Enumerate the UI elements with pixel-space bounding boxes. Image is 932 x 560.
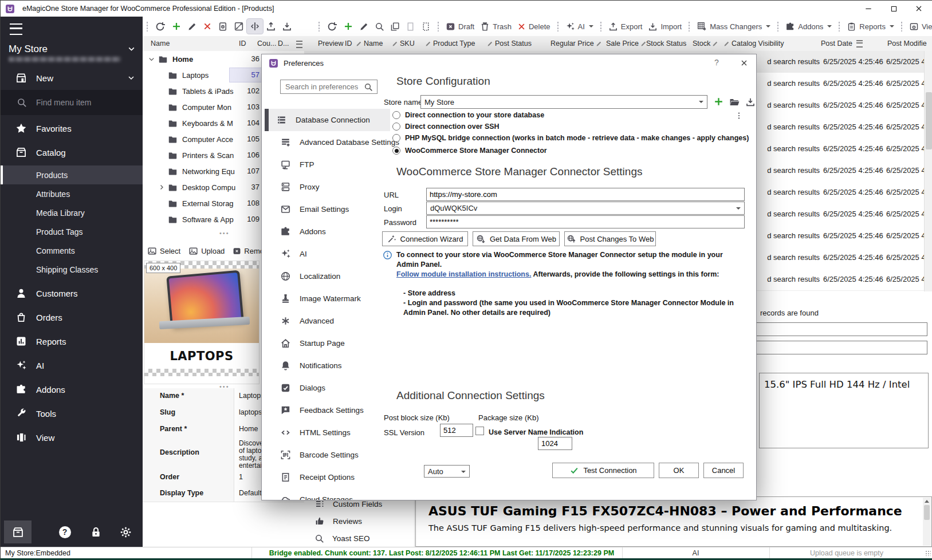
filter-input-1[interactable] [756, 322, 927, 336]
export-button[interactable]: Export [605, 19, 646, 34]
grid-col-stock[interactable]: Stock [693, 40, 718, 48]
pref-nav-localization[interactable]: Localization [269, 265, 390, 287]
pref-nav-addons[interactable]: Addons [269, 220, 390, 243]
column-options-icon[interactable] [296, 41, 302, 48]
tree-delete-button[interactable] [200, 19, 215, 34]
pref-nav-email[interactable]: Email Settings [269, 198, 390, 220]
mass-changers-button[interactable]: Mass Changers [694, 19, 773, 34]
tree-col-id[interactable]: ID [239, 40, 246, 48]
scrollbar-thumb[interactable] [926, 92, 932, 149]
tab-reviews[interactable]: Reviews [304, 512, 414, 530]
grid-refresh-button[interactable] [324, 19, 340, 34]
pref-nav-barcode[interactable]: Barcode Settings [269, 444, 390, 466]
pref-nav-image-watermark[interactable]: Image Watermark [269, 287, 390, 310]
sidebar-item-favorites[interactable]: Favorites [1, 116, 143, 140]
radio-php-bridge[interactable]: PHP MySQL bridge connection (works in ba… [392, 134, 749, 142]
close-button[interactable] [906, 1, 931, 17]
dialog-help-button[interactable]: ? [714, 58, 719, 67]
grid-col-stock-status[interactable]: Stock Status [646, 40, 686, 48]
paste-special-button[interactable] [418, 19, 434, 34]
addons-menu-button[interactable]: Addons [782, 19, 835, 34]
pref-nav-proxy[interactable]: Proxy [269, 176, 390, 198]
sidebar-item-media-library[interactable]: Media Library [1, 203, 143, 222]
tree-edit-button[interactable] [184, 19, 200, 34]
open-folder-icon[interactable] [729, 97, 740, 108]
radio-ssh-connection[interactable]: Direct connection over SSH [392, 123, 500, 131]
url-input[interactable] [426, 188, 745, 201]
pref-nav-dialogs[interactable]: Dialogs [269, 377, 390, 399]
pref-nav-ai[interactable]: AI [269, 243, 390, 265]
ai-menu-button[interactable]: AI [563, 19, 596, 34]
category-image[interactable] [144, 269, 259, 343]
tab-yoast-seo[interactable]: Yoast SEO [304, 530, 414, 547]
grid-col-sku[interactable]: SKU [392, 40, 415, 48]
chevron-right-icon[interactable] [158, 183, 166, 191]
chevron-down-icon[interactable] [147, 55, 156, 64]
minimize-button[interactable] [856, 1, 881, 17]
test-connection-button[interactable]: Test Connection [552, 463, 654, 478]
sidebar-item-addons[interactable]: Addons [1, 377, 143, 401]
reports-menu-button[interactable]: Reports [844, 19, 897, 34]
sidebar-item-catalog[interactable]: Catalog [1, 140, 143, 164]
settings-gear-button[interactable] [113, 520, 138, 543]
tree-add-button[interactable] [168, 19, 184, 34]
hamburger-menu-icon[interactable] [10, 23, 22, 35]
get-data-from-web-button[interactable]: Get Data From Web [473, 231, 560, 246]
cancel-button[interactable]: Cancel [703, 463, 744, 478]
grid-edit-button[interactable] [356, 19, 372, 34]
scroll-up-icon[interactable] [925, 500, 929, 503]
dialog-title-bar[interactable]: Preferences ? [262, 54, 756, 72]
add-store-icon[interactable] [713, 96, 724, 107]
bottom-catalog-button[interactable] [5, 520, 30, 543]
help-button[interactable]: ? [52, 520, 77, 543]
draft-button[interactable]: Draft [443, 19, 477, 34]
scrollbar-thumb[interactable] [924, 505, 930, 520]
grid-col-post-modified[interactable]: Post Modifie [887, 40, 927, 48]
sidebar-item-shipping-classes[interactable]: Shipping Classes [1, 260, 143, 279]
tree-refresh-button[interactable] [152, 19, 168, 34]
radio-connector[interactable]: WooCommerce Store Manager Connector [392, 147, 547, 155]
radio-direct-connection[interactable]: Direct connection to your store database [392, 111, 544, 119]
trash-button[interactable]: Trash [477, 19, 514, 34]
sidebar-search[interactable] [1, 90, 143, 115]
grid-col-sale-price[interactable]: Sale Price [606, 40, 647, 48]
post-changes-to-web-button[interactable]: Post Changes To Web [564, 231, 656, 246]
pref-nav-feedback[interactable]: Feedback Settings [269, 399, 390, 421]
pref-nav-database-connection[interactable]: Database Connection [265, 109, 390, 131]
store-name-combo[interactable]: My Store [420, 95, 707, 109]
sidebar-item-products[interactable]: Products [1, 165, 145, 184]
sidebar-item-view[interactable]: View [1, 425, 143, 449]
package-size-input[interactable] [538, 437, 572, 450]
find-menu-input[interactable] [35, 97, 123, 108]
sidebar-item-tools[interactable]: Tools [1, 401, 143, 425]
delete-button[interactable]: Delete [514, 19, 553, 34]
preferences-search-input[interactable] [284, 82, 364, 92]
filter-input-2[interactable] [756, 341, 927, 354]
more-options-icon[interactable] [735, 112, 743, 120]
store-selector[interactable]: My Store [1, 40, 143, 59]
pref-nav-startup-page[interactable]: Startup Page [269, 332, 390, 354]
view-menu-button[interactable]: View [906, 19, 932, 34]
sidebar-item-new[interactable]: New [1, 66, 143, 90]
post-block-size-input[interactable] [440, 424, 473, 437]
ok-button[interactable]: OK [659, 463, 699, 478]
tree-preview-button[interactable] [215, 19, 231, 34]
grid-col-post-date[interactable]: Post Date [821, 40, 863, 48]
tree-col-count[interactable]: Cou... [257, 40, 276, 48]
image-upload-button[interactable]: Upload [188, 246, 225, 256]
grid-col-id[interactable]: ID [345, 40, 352, 48]
sidebar-item-attributes[interactable]: Attributes [1, 184, 143, 203]
sidebar-item-orders[interactable]: Orders [1, 305, 143, 329]
paste-button[interactable] [403, 19, 418, 34]
grid-col-regular-price[interactable]: Regular Price [550, 40, 602, 48]
grid-col-catalog-visibility[interactable]: Catalog Visibility [723, 40, 784, 48]
login-combo[interactable]: dQuWQK5ICv [426, 202, 745, 215]
grid-col-preview[interactable]: Preview [318, 40, 343, 48]
grid-col-name[interactable]: Name [356, 40, 383, 48]
download-store-icon[interactable] [745, 97, 756, 107]
grid-search-button[interactable] [372, 19, 387, 34]
maximize-button[interactable] [881, 1, 906, 17]
copy-button[interactable] [387, 19, 403, 34]
sni-checkbox[interactable] [475, 427, 484, 435]
grid-col-product-type[interactable]: Product Type [425, 40, 475, 48]
